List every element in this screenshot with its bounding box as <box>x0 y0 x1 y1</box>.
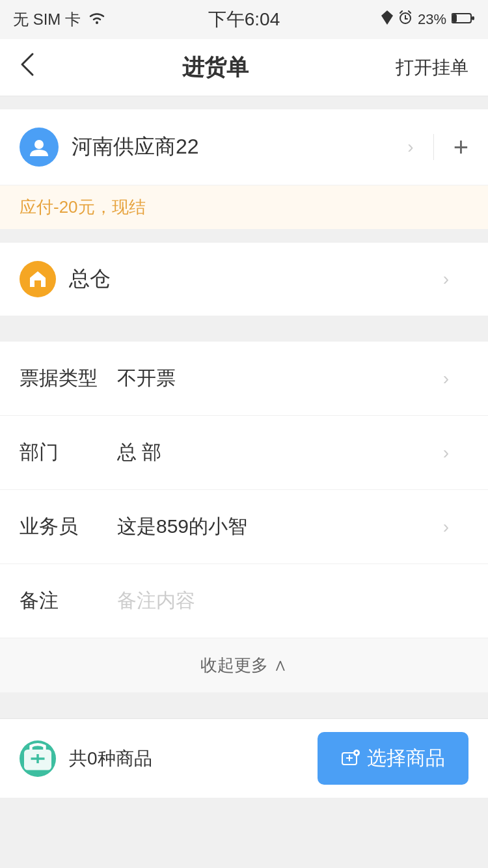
invoice-row[interactable]: 票据类型 不开票 › <box>0 342 488 416</box>
supplier-chevron-icon: › <box>407 137 413 157</box>
location-icon <box>381 10 393 29</box>
status-right: 23% <box>381 10 475 29</box>
carrier-label: 无 SIM 卡 <box>13 9 81 30</box>
invoice-chevron-icon: › <box>443 368 449 389</box>
dept-label: 部门 <box>20 439 104 466</box>
warehouse-name: 总仓 <box>69 265 443 293</box>
gray-background <box>0 798 488 868</box>
sales-value: 这是859的小智 <box>104 513 443 540</box>
supplier-row[interactable]: 河南供应商22 › + <box>0 109 488 185</box>
dept-chevron-icon: › <box>443 442 449 463</box>
section-divider-3 <box>0 316 488 329</box>
warehouse-section: 总仓 › <box>0 242 488 316</box>
sales-row[interactable]: 业务员 这是859的小智 › <box>0 490 488 564</box>
nav-bar: 进货单 打开挂单 <box>0 39 488 96</box>
open-pending-button[interactable]: 打开挂单 <box>396 55 468 80</box>
svg-rect-8 <box>34 280 41 287</box>
supplier-name: 河南供应商22 <box>72 133 407 161</box>
svg-rect-6 <box>472 16 474 20</box>
page-title: 进货单 <box>182 53 249 83</box>
battery-label: 23% <box>418 11 446 28</box>
invoice-label: 票据类型 <box>20 365 104 392</box>
status-left: 无 SIM 卡 <box>13 9 107 30</box>
sales-label: 业务员 <box>20 513 104 540</box>
supplier-section: 河南供应商22 › + 应付-20元，现结 <box>0 109 488 229</box>
remark-label: 备注 <box>20 588 104 614</box>
product-count: 共0种商品 <box>69 746 318 771</box>
warehouse-chevron-icon: › <box>443 269 449 290</box>
warehouse-row[interactable]: 总仓 › <box>0 242 488 316</box>
section-divider-2 <box>0 229 488 242</box>
select-product-label: 选择商品 <box>367 745 445 772</box>
dept-row[interactable]: 部门 总 部 › <box>0 416 488 490</box>
warehouse-icon <box>20 261 56 297</box>
payment-notice: 应付-20元，现结 <box>0 185 488 229</box>
alarm-icon <box>398 10 413 29</box>
add-supplier-button[interactable]: + <box>454 133 468 162</box>
form-section: 票据类型 不开票 › 部门 总 部 › 业务员 这是859的小智 › 备注 备注… <box>0 342 488 638</box>
remark-row[interactable]: 备注 备注内容 <box>0 564 488 638</box>
svg-point-0 <box>96 21 98 24</box>
svg-point-7 <box>34 140 44 149</box>
bottom-bar: 共0种商品 选择商品 <box>0 718 488 798</box>
section-divider-1 <box>0 96 488 109</box>
wifi-icon <box>87 10 107 29</box>
status-bar: 无 SIM 卡 下午6:04 23% <box>0 0 488 39</box>
battery-icon <box>452 11 475 28</box>
sales-chevron-icon: › <box>443 517 449 537</box>
collapse-button[interactable]: 收起更多 ∧ <box>0 638 488 692</box>
dept-value: 总 部 <box>104 439 443 466</box>
select-product-button[interactable]: 选择商品 <box>318 732 468 785</box>
section-divider-4 <box>0 692 488 705</box>
remark-input[interactable]: 备注内容 <box>104 588 468 614</box>
svg-rect-5 <box>452 14 457 22</box>
status-time: 下午6:04 <box>208 7 280 32</box>
invoice-value: 不开票 <box>104 365 443 392</box>
vertical-divider <box>433 134 434 160</box>
product-icon <box>20 740 56 777</box>
back-button[interactable] <box>20 51 35 83</box>
supplier-avatar <box>20 128 59 167</box>
